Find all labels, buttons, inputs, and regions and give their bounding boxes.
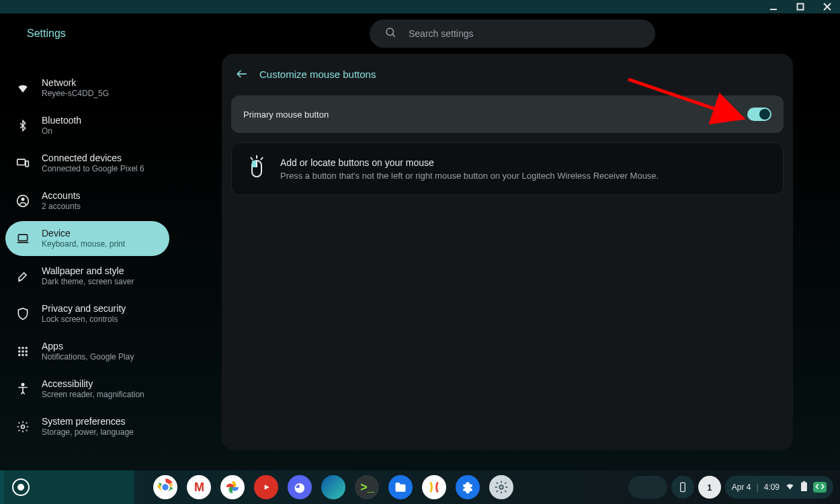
settings-sidebar: Network Reyee-sC4DD_5G Bluetooth On Conn… (0, 54, 175, 470)
svg-line-5 (392, 34, 394, 36)
sidebar-item-network[interactable]: Network Reyee-sC4DD_5G (5, 71, 169, 106)
shelf-app-files[interactable] (388, 475, 413, 499)
accessibility-icon (15, 381, 31, 397)
sidebar-item-label: System preferences (42, 416, 134, 428)
info-card-title: Add or locate buttons on your mouse (280, 157, 659, 168)
svg-point-34 (500, 485, 504, 489)
sidebar-item-label: Accounts (42, 190, 81, 202)
sidebar-item-label: Connected devices (42, 153, 144, 165)
sidebar-item-accounts[interactable]: Accounts 2 accounts (5, 183, 169, 218)
svg-line-25 (251, 157, 253, 160)
sidebar-item-sub: Storage, power, language (42, 427, 134, 437)
sidebar-item-label: Wallpaper and style (42, 265, 134, 278)
brush-icon (15, 268, 31, 284)
sidebar-item-bluetooth[interactable]: Bluetooth On (5, 108, 169, 143)
svg-point-4 (386, 28, 394, 36)
app-title: Settings (27, 28, 66, 40)
shelf-app-youtube[interactable] (254, 475, 278, 499)
window-minimize-button[interactable] (766, 0, 781, 13)
svg-rect-1 (798, 4, 804, 10)
sidebar-item-sub: Lock screen, controls (42, 314, 126, 325)
shield-icon (15, 306, 31, 322)
sidebar-item-accessibility[interactable]: Accessibility Screen reader, magnificati… (5, 372, 169, 407)
svg-line-26 (261, 157, 263, 160)
sidebar-item-label: Network (42, 77, 109, 89)
svg-rect-7 (26, 161, 28, 167)
search-input[interactable] (407, 28, 640, 40)
shelf-app-discord[interactable]: ◕ (288, 475, 312, 499)
sidebar-item-sub: Dark theme, screen saver (42, 277, 134, 287)
svg-rect-19 (22, 354, 24, 356)
shelf-app-settings[interactable] (489, 475, 513, 499)
search-field-wrap[interactable] (370, 19, 655, 48)
sidebar-item-sub: Screen reader, magnification (42, 390, 144, 400)
sidebar-item-sub: Notifications, Google Play (42, 352, 134, 362)
sidebar-item-system[interactable]: System preferences Storage, power, langu… (5, 409, 169, 444)
sidebar-item-label: Privacy and security (42, 303, 126, 315)
sidebar-item-privacy[interactable]: Privacy and security Lock screen, contro… (5, 296, 169, 331)
tray-date: Apr 4 (732, 482, 751, 492)
svg-point-22 (22, 425, 25, 429)
sidebar-item-label: Device (42, 228, 125, 240)
primary-mouse-toggle[interactable] (747, 108, 771, 121)
dev-mode-icon (813, 482, 827, 493)
sidebar-item-wallpaper[interactable]: Wallpaper and style Dark theme, screen s… (5, 259, 169, 294)
sidebar-item-connected-devices[interactable]: Connected devices Connected to Google Pi… (5, 146, 169, 181)
tray-holding-space[interactable] (628, 476, 667, 499)
svg-rect-15 (18, 351, 20, 353)
window-close-button[interactable] (820, 0, 835, 13)
battery-status-icon (800, 481, 808, 494)
shelf-app-generic-2[interactable] (456, 475, 480, 499)
sidebar-item-sub: Keyboard, mouse, print (42, 239, 125, 249)
svg-point-21 (22, 384, 24, 386)
sidebar-item-label: Bluetooth (42, 115, 81, 127)
info-card-description: Press a button that's not the left or ri… (280, 171, 659, 181)
mouse-click-icon (247, 155, 267, 182)
launcher-button[interactable] (12, 478, 30, 496)
apps-grid-icon (15, 343, 31, 360)
svg-rect-36 (801, 482, 807, 491)
svg-rect-6 (17, 159, 26, 165)
svg-rect-18 (18, 354, 20, 356)
sidebar-item-sub: 2 accounts (42, 202, 81, 212)
svg-rect-14 (26, 347, 28, 349)
system-tray[interactable]: Apr 4 | 4:09 (725, 476, 833, 499)
sidebar-item-label: Accessibility (42, 378, 144, 390)
svg-point-9 (22, 198, 25, 201)
svg-rect-20 (26, 354, 28, 356)
back-button[interactable] (235, 67, 249, 81)
wifi-status-icon (785, 481, 795, 493)
tray-notifications[interactable]: 1 (698, 476, 721, 499)
sidebar-item-label: Apps (42, 341, 134, 353)
window-maximize-button[interactable] (793, 0, 808, 13)
wifi-icon (15, 80, 31, 96)
svg-rect-13 (22, 347, 24, 349)
sidebar-item-sub: On (42, 126, 81, 136)
sidebar-item-apps[interactable]: Apps Notifications, Google Play (5, 334, 169, 369)
svg-rect-35 (680, 482, 685, 491)
shelf-app-edge[interactable] (321, 475, 345, 499)
laptop-icon (15, 230, 31, 247)
sidebar-item-sub: Connected to Google Pixel 6 (42, 164, 144, 174)
sidebar-item-device[interactable]: Device Keyboard, mouse, print (5, 221, 169, 256)
devices-icon (15, 155, 31, 171)
shelf: M ◕ >_ 1 Apr 4 | 4:09 (0, 470, 840, 504)
shelf-app-chrome[interactable] (153, 475, 177, 499)
page-title: Customize mouse buttons (259, 69, 376, 80)
shelf-app-generic-1[interactable] (422, 475, 446, 499)
sidebar-item-sub: Reyee-sC4DD_5G (42, 89, 109, 99)
svg-rect-17 (26, 351, 28, 353)
tray-phone-hub[interactable] (671, 476, 694, 499)
gear-icon (15, 419, 31, 435)
primary-mouse-button-row: Primary mouse button (231, 95, 784, 133)
app-header: Settings (0, 13, 840, 54)
shelf-app-photos[interactable] (220, 475, 245, 499)
shelf-app-terminal[interactable]: >_ (355, 475, 379, 499)
account-icon (15, 193, 31, 209)
svg-rect-16 (22, 351, 24, 353)
svg-marker-33 (265, 485, 269, 490)
shelf-app-gmail[interactable]: M (187, 475, 211, 499)
toggle-knob (759, 109, 770, 120)
svg-point-32 (162, 483, 170, 491)
svg-rect-10 (18, 235, 27, 241)
